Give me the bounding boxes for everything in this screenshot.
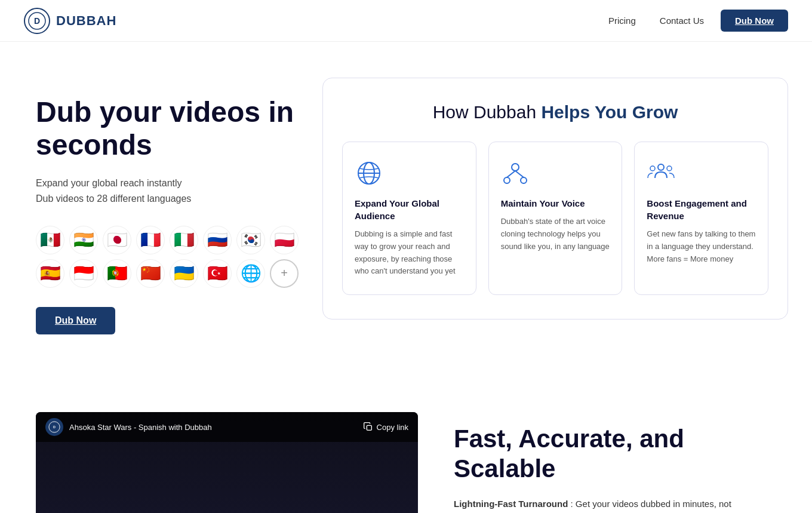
people-icon: [647, 159, 756, 188]
flag-spain: 🇪🇸: [36, 259, 64, 288]
flag-italy: 🇮🇹: [170, 226, 198, 254]
main-content: Dub your videos in seconds Expand your g…: [0, 42, 812, 400]
svg-text:D: D: [53, 425, 56, 429]
globe-icon: [355, 159, 464, 188]
svg-point-7: [504, 177, 510, 183]
feature-card-revenue: Boost Engagement and Revenue Get new fan…: [634, 142, 768, 295]
flag-japan: 🇯🇵: [103, 226, 131, 254]
video-title: Ahsoka Star Wars - Spanish with Dubbah: [69, 423, 212, 432]
fast-accurate-section: Fast, Accurate, and Scalable Lightning-F…: [454, 412, 776, 511]
dubbah-logo-icon: D: [24, 8, 50, 34]
features-row: Expand Your Global Audience Dubbing is a…: [342, 142, 768, 295]
hero-title: Dub your videos in seconds: [36, 96, 299, 161]
flag-mexico: 🇲🇽: [36, 226, 64, 254]
hero-dub-now-button[interactable]: Dub Now: [36, 307, 115, 334]
navbar: D DUBBAH Pricing Contact Us Dub Now: [0, 0, 812, 42]
flag-other: 🌐: [236, 259, 265, 288]
svg-line-9: [507, 171, 515, 177]
contact-link[interactable]: Contact Us: [653, 11, 711, 30]
svg-point-13: [667, 166, 672, 171]
svg-rect-16: [367, 425, 371, 430]
video-logo-icon: D: [45, 418, 63, 436]
logo-text: DUBBAH: [56, 13, 116, 29]
flag-portugal: 🇵🇹: [103, 259, 131, 288]
flag-india: 🇮🇳: [69, 226, 98, 254]
card-title: How Dubbah Helps You Grow: [342, 102, 768, 122]
feature-heading-revenue: Boost Engagement and Revenue: [647, 197, 756, 222]
video-copy-link[interactable]: Copy link: [364, 422, 408, 432]
hero-subtitle: Expand your global reach instantly Dub v…: [36, 176, 299, 206]
feature-card-voice: Maintain Your Voice Dubbah's state of th…: [488, 142, 623, 295]
feature-text-revenue: Get new fans by talking to them in a lan…: [647, 228, 756, 265]
pricing-link[interactable]: Pricing: [601, 11, 643, 30]
feature-text-global: Dubbing is a simple and fast way to grow…: [355, 228, 464, 278]
bottom-subtitle: Lightning-Fast Turnaround : Get your vid…: [454, 496, 776, 512]
bottom-section: D Ahsoka Star Wars - Spanish with Dubbah…: [0, 400, 812, 513]
svg-point-12: [650, 166, 655, 171]
svg-text:D: D: [34, 16, 40, 26]
flag-poland: 🇵🇱: [270, 226, 299, 254]
feature-heading-voice: Maintain Your Voice: [501, 197, 610, 210]
feature-text-voice: Dubbah's state of the art voice cloning …: [501, 216, 610, 253]
feature-heading-global: Expand Your Global Audience: [355, 197, 464, 222]
svg-point-6: [512, 164, 519, 171]
svg-point-11: [658, 164, 664, 170]
flag-korea: 🇰🇷: [236, 226, 265, 254]
feature-card-global: Expand Your Global Audience Dubbing is a…: [342, 142, 476, 295]
features-card: How Dubbah Helps You Grow Expand Your Gl…: [322, 78, 788, 320]
video-bar: D Ahsoka Star Wars - Spanish with Dubbah…: [36, 412, 418, 442]
svg-point-8: [521, 177, 527, 183]
video-placeholder: D Ahsoka Star Wars - Spanish with Dubbah…: [36, 412, 418, 513]
flag-indonesia: 🇮🇩: [69, 259, 98, 288]
video-thumbnail: D Ahsoka Star Wars - Spanish with Dubbah…: [36, 412, 418, 513]
flag-turkey: 🇹🇷: [203, 259, 232, 288]
left-section: Dub your videos in seconds Expand your g…: [36, 78, 299, 334]
nav-dub-now-button[interactable]: Dub Now: [721, 10, 788, 32]
flags-grid: 🇲🇽 🇮🇳 🇯🇵 🇫🇷 🇮🇹 🇷🇺 🇰🇷 🇵🇱 🇪🇸 🇮🇩 🇵🇹 🇨🇳 🇺🇦 🇹…: [36, 226, 299, 288]
voice-icon: [501, 159, 610, 188]
nav-links: Pricing Contact Us Dub Now: [601, 10, 788, 32]
svg-line-10: [515, 171, 524, 177]
video-bar-left: D Ahsoka Star Wars - Spanish with Dubbah: [45, 418, 212, 436]
flags-more-button[interactable]: +: [270, 259, 299, 288]
flag-russia: 🇷🇺: [203, 226, 232, 254]
logo[interactable]: D DUBBAH: [24, 8, 116, 34]
flag-france: 🇫🇷: [136, 226, 165, 254]
bottom-section-title: Fast, Accurate, and Scalable: [454, 424, 776, 484]
flag-china: 🇨🇳: [136, 259, 165, 288]
flag-ukraine: 🇺🇦: [170, 259, 198, 288]
